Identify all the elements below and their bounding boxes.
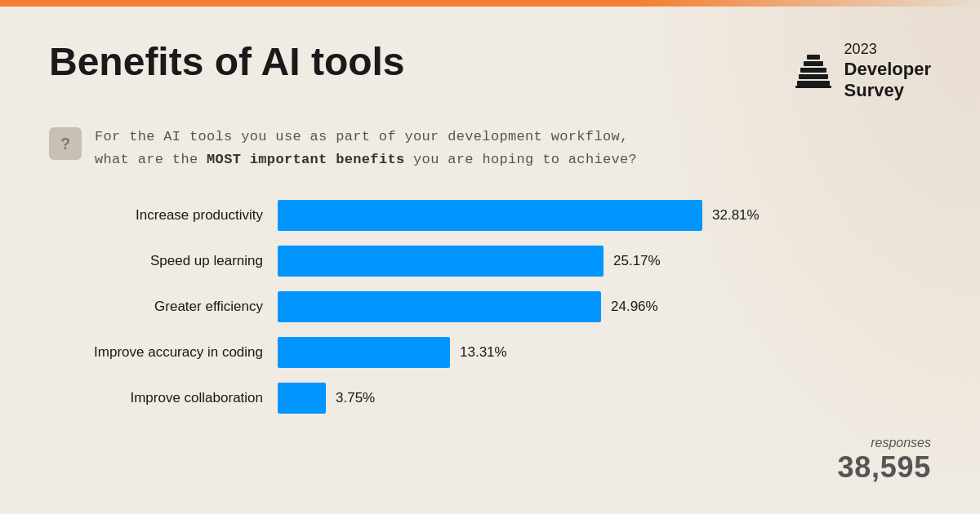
logo-year: 2023 xyxy=(844,41,931,59)
svg-rect-0 xyxy=(797,81,830,86)
logo-text: 2023 Developer Survey xyxy=(844,41,931,101)
bar-row: Increase productivity32.81% xyxy=(65,200,931,231)
logo-line2: Survey xyxy=(844,80,931,101)
bar-label: Improve accuracy in coding xyxy=(65,344,278,361)
svg-rect-4 xyxy=(807,55,820,60)
bar-value: 32.81% xyxy=(712,207,760,224)
question-text: For the AI tools you use as part of your… xyxy=(95,126,637,170)
bar-wrapper: 32.81% xyxy=(278,200,931,231)
header-row: Benefits of AI tools 2023 Developer Surv… xyxy=(49,41,931,101)
bar-fill xyxy=(278,383,326,414)
bar-row: Improve accuracy in coding13.31% xyxy=(65,337,931,368)
bar-value: 13.31% xyxy=(460,344,507,361)
question-row: ? For the AI tools you use as part of yo… xyxy=(49,126,931,170)
bar-label: Improve collaboration xyxy=(65,390,278,406)
responses-label: responses xyxy=(838,436,931,450)
bar-row: Speed up learning25.17% xyxy=(65,246,931,277)
bar-fill xyxy=(278,337,450,368)
bar-fill xyxy=(278,200,702,231)
bar-wrapper: 13.31% xyxy=(278,337,931,368)
bar-value: 3.75% xyxy=(336,390,375,406)
page-title: Benefits of AI tools xyxy=(49,41,405,84)
bar-value: 24.96% xyxy=(611,299,658,315)
svg-rect-2 xyxy=(800,68,826,73)
chart-area: Increase productivity32.81%Speed up lear… xyxy=(65,200,931,414)
bar-label: Greater efficiency xyxy=(65,299,278,315)
bar-wrapper: 3.75% xyxy=(278,383,931,414)
logo-line1: Developer xyxy=(844,59,931,80)
question-bold: MOST important benefits xyxy=(207,152,404,167)
bar-row: Greater efficiency24.96% xyxy=(65,291,931,322)
bar-row: Improve collaboration3.75% xyxy=(65,383,931,414)
bar-value: 25.17% xyxy=(613,253,661,269)
svg-rect-3 xyxy=(804,61,823,66)
bar-label: Increase productivity xyxy=(65,207,278,224)
main-container: Benefits of AI tools 2023 Developer Surv… xyxy=(0,0,980,514)
bar-label: Speed up learning xyxy=(65,253,278,269)
svg-rect-5 xyxy=(795,86,831,88)
responses-area: responses 38,595 xyxy=(838,436,931,485)
logo-area: 2023 Developer Survey xyxy=(792,41,931,101)
question-icon: ? xyxy=(49,127,82,160)
bar-wrapper: 24.96% xyxy=(278,291,931,322)
logo-icon xyxy=(792,50,835,92)
bar-fill xyxy=(278,246,604,277)
bar-fill xyxy=(278,291,601,322)
responses-count: 38,595 xyxy=(838,450,931,485)
bar-wrapper: 25.17% xyxy=(278,246,931,277)
svg-rect-1 xyxy=(799,74,828,79)
